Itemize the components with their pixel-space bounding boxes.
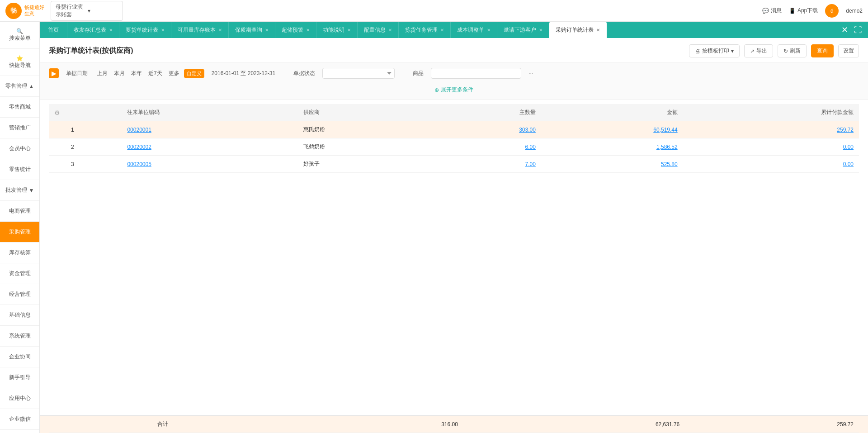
shortcut-more[interactable]: 更多 <box>167 69 181 78</box>
tab-overstock[interactable]: 超储预警 ✕ <box>275 22 316 38</box>
row2-supplier-name: 飞鹤奶粉 <box>298 138 430 156</box>
sidebar-item-newguide[interactable]: 新手引导 <box>0 367 39 388</box>
sidebar-item-system[interactable]: 系统管理 <box>0 326 39 347</box>
tab-costadjust[interactable]: 成本调整单 ✕ <box>451 22 497 38</box>
sidebar-item-finance[interactable]: 资金管理 <box>0 263 39 284</box>
close-tab-icon[interactable]: ✕ <box>838 24 851 36</box>
app-download-button[interactable]: 📱 App下载 <box>789 7 818 14</box>
sidebar-item-search[interactable]: 🔍 搜索菜单 <box>0 22 39 49</box>
user-name[interactable]: demo2 <box>846 8 863 14</box>
shortcut-last-month[interactable]: 上月 <box>95 69 109 78</box>
tab-picktask-close[interactable]: ✕ <box>440 28 444 33</box>
tab-config-close[interactable]: ✕ <box>388 28 392 33</box>
workspace-selector[interactable]: 母婴行业演示账套 ▾ <box>51 1 123 21</box>
tab-collect-close[interactable]: ✕ <box>109 28 113 33</box>
refresh-button[interactable]: ↻ 刷新 <box>778 44 807 57</box>
settings-button[interactable]: 设置 <box>838 44 859 57</box>
app-download-label: App下载 <box>797 7 818 14</box>
tab-collect[interactable]: 收发存汇总表 ✕ <box>67 22 119 38</box>
filter-toggle-button[interactable]: ▶ <box>49 68 59 78</box>
row3-amount-link[interactable]: 525.80 <box>661 161 678 167</box>
row3-qty-link[interactable]: 7.00 <box>525 161 535 167</box>
row3-supplier-code: 00020005 <box>122 156 297 173</box>
expand-tabs-icon[interactable]: ⛶ <box>852 24 864 36</box>
tab-costadjust-close[interactable]: ✕ <box>487 28 491 33</box>
sidebar-item-wholesale[interactable]: 批发管理 ▼ <box>0 180 39 201</box>
tab-purchasestat-close[interactable]: ✕ <box>596 28 600 33</box>
row2-amount-link[interactable]: 1,586.52 <box>656 144 678 150</box>
tab-available-close[interactable]: ✕ <box>218 28 222 33</box>
tab-home[interactable]: 首页 <box>40 22 67 38</box>
sidebar-item-retailmall[interactable]: 零售商城 <box>0 97 39 118</box>
sidebar-item-basic[interactable]: 基础信息 <box>0 305 39 326</box>
sidebar-item-operation[interactable]: 经营管理 <box>0 284 39 305</box>
row1-paid-link[interactable]: 259.72 <box>837 127 854 133</box>
row1-amount-link[interactable]: 60,519.44 <box>653 127 677 133</box>
col-rownum <box>66 104 122 121</box>
expand-filter-button[interactable]: ⊕ 展开更多条件 <box>434 86 473 94</box>
sidebar-item-retail[interactable]: 零售管理 ▲ <box>0 76 39 97</box>
tab-invite[interactable]: 邀请下游客户 ✕ <box>497 22 549 38</box>
sidebar-item-quicknav[interactable]: ⭐ 快捷导航 <box>0 49 39 76</box>
tab-config[interactable]: 配置信息 ✕ <box>358 22 399 38</box>
row3-code-link[interactable]: 00020005 <box>127 161 151 167</box>
tab-overstock-close[interactable]: ✕ <box>306 28 310 33</box>
tab-invite-close[interactable]: ✕ <box>539 28 542 33</box>
row2-code-link[interactable]: 00020002 <box>127 144 151 150</box>
sidebar-item-ecommerce[interactable]: 电商管理 <box>0 201 39 222</box>
print-button[interactable]: 🖨 按模板打印 ▾ <box>689 44 740 57</box>
sidebar-item-vip[interactable]: 畅会员 <box>0 430 39 433</box>
row1-code-link[interactable]: 00020001 <box>127 127 151 133</box>
tab-expiry[interactable]: 保质期查询 ✕ <box>229 22 275 38</box>
sidebar-item-enterprise[interactable]: 企业协同 <box>0 347 39 367</box>
date-range-display: 2016-01-01 至 2023-12-31 <box>212 70 275 77</box>
sidebar-item-appcenter[interactable]: 应用中心 <box>0 388 39 409</box>
sidebar-label-appcenter: 应用中心 <box>4 395 36 402</box>
row2-qty-link[interactable]: 6.00 <box>525 144 535 150</box>
shortcut-this-month[interactable]: 本月 <box>112 69 127 78</box>
row1-qty-link[interactable]: 303.00 <box>519 127 536 133</box>
tab-picktask[interactable]: 拣货任务管理 ✕ <box>399 22 451 38</box>
table-row: 2 00020002 飞鹤奶粉 6.00 1,586.52 <box>49 138 859 156</box>
tab-manual-close[interactable]: ✕ <box>347 28 351 33</box>
tab-picktask-label: 拣货任务管理 <box>405 26 438 34</box>
column-settings-icon[interactable]: ⚙ <box>54 109 60 116</box>
tab-purchasestat[interactable]: 采购订单统计表 ✕ <box>549 22 607 38</box>
row3-paid-link[interactable]: 0.00 <box>843 161 854 167</box>
tab-expiry-close[interactable]: ✕ <box>265 28 269 33</box>
goods-more-icon[interactable]: ··· <box>528 70 533 76</box>
tab-requisition[interactable]: 要货单统计表 ✕ <box>119 22 171 38</box>
row2-quantity: 6.00 <box>430 138 541 156</box>
row3-supplier-name: 好孩子 <box>298 156 430 173</box>
page-title: 采购订单统计表(按供应商) <box>49 46 133 56</box>
custom-date-badge[interactable]: 自定义 <box>184 69 204 78</box>
user-avatar[interactable]: d <box>825 4 839 18</box>
shortcut-7days[interactable]: 近7天 <box>146 69 164 78</box>
footer-paid: 259.72 <box>685 416 859 433</box>
row3-quantity: 7.00 <box>430 156 541 173</box>
tab-requisition-label: 要货单统计表 <box>126 26 158 34</box>
data-table: ⚙ 往来单位编码 供应商 主数量 金额 累计付款金额 <box>49 104 859 173</box>
sidebar-item-retailstat[interactable]: 零售统计 <box>0 159 39 180</box>
goods-filter-input[interactable] <box>431 68 521 79</box>
sidebar-item-marketing[interactable]: 营销推广 <box>0 118 39 138</box>
row1-quantity: 303.00 <box>430 121 541 138</box>
row2-paid-link[interactable]: 0.00 <box>843 144 854 150</box>
tab-requisition-close[interactable]: ✕ <box>161 28 165 33</box>
sidebar-item-member[interactable]: 会员中心 <box>0 138 39 159</box>
sidebar-label-retail: 零售管理 <box>5 82 27 90</box>
sidebar-item-purchase[interactable]: 采购管理 <box>0 222 39 243</box>
sidebar-item-inventory[interactable]: 库存核算 <box>0 243 39 263</box>
sidebar-item-wechat[interactable]: 企业微信 <box>0 409 39 430</box>
messages-button[interactable]: 💬 消息 <box>762 7 782 14</box>
shortcut-this-year[interactable]: 本年 <box>129 69 144 78</box>
tab-manual[interactable]: 功能说明 ✕ <box>316 22 358 38</box>
status-filter-select[interactable] <box>322 68 395 79</box>
tab-available[interactable]: 可用量库存账本 ✕ <box>171 22 229 38</box>
query-button[interactable]: 查询 <box>811 44 834 57</box>
sidebar-label-basic: 基础信息 <box>4 311 36 319</box>
export-button[interactable]: ↗ 导出 <box>744 44 773 57</box>
table-header-row: ⚙ 往来单位编码 供应商 主数量 金额 累计付款金额 <box>49 104 859 121</box>
refresh-icon: ↻ <box>783 48 788 54</box>
workspace-label: 母婴行业演示账套 <box>56 3 86 19</box>
